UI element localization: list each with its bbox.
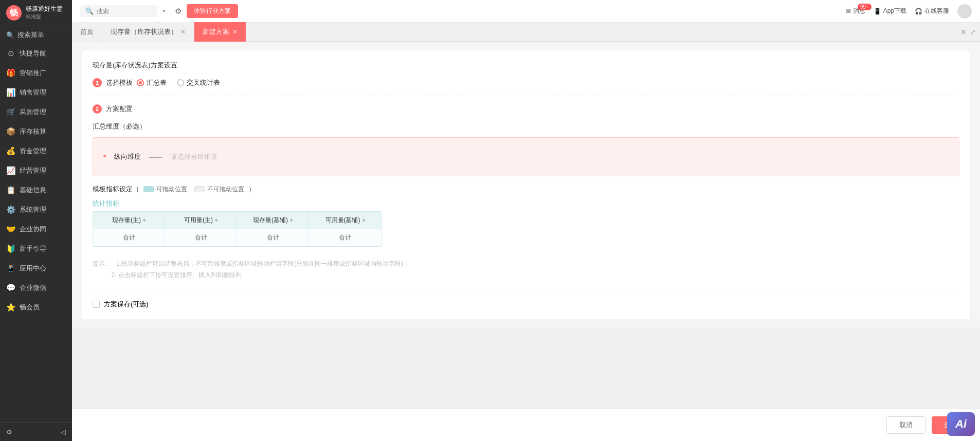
col-header-0[interactable]: 现存量(主) ▾ xyxy=(93,212,165,229)
sidebar-item-label: 系统管理 xyxy=(20,205,46,214)
inventory-status-tab-close[interactable]: ✕ xyxy=(180,28,186,35)
finance-icon: 💰 xyxy=(6,146,15,156)
topbar-gear-icon[interactable]: ⚙ xyxy=(175,7,182,16)
tips-title-label: 提示： 1.拖动标题栏可以调整布局，不可跨维度或指标区域拖动栏目字段(只能在同一… xyxy=(93,260,403,267)
sidebar-item-new-guide[interactable]: 🔰 新手引导 xyxy=(0,239,72,259)
stats-table-header: 现存量(主) ▾ 可用量(主) ▾ 现存量(基辅) ▾ 可用量(基辅) xyxy=(93,212,381,229)
sidebar-item-label: 库存核算 xyxy=(20,127,46,136)
search-menu-label: 搜索菜单 xyxy=(17,30,44,40)
dimension-box[interactable]: * 纵向维度 —— 请选择分组维度 xyxy=(93,137,959,176)
sidebar-item-basic-info[interactable]: 📋 基础信息 xyxy=(0,180,72,200)
user-avatar[interactable] xyxy=(957,4,972,19)
trial-industry-button[interactable]: 体验行业方案 xyxy=(187,4,238,18)
radio-cross[interactable]: 交叉统计表 xyxy=(177,78,220,87)
stats-table: 现存量(主) ▾ 可用量(主) ▾ 现存量(基辅) ▾ 可用量(基辅) xyxy=(93,211,382,247)
topbar-search-box[interactable]: 🔍 xyxy=(80,5,157,17)
dimension-label: 汇总维度（必选） xyxy=(93,122,959,131)
radio-cross-circle[interactable] xyxy=(177,79,184,86)
legend-fixed-label: 不可拖动位置 xyxy=(207,185,244,194)
legend-fixed-item: 不可拖动位置 xyxy=(194,185,244,194)
app-name: 畅康通好生意 xyxy=(26,5,63,13)
message-button[interactable]: ✉ 消息 99+ xyxy=(846,7,865,15)
sidebar-logo: 畅 畅康通好生意 标准版 xyxy=(0,0,72,26)
new-plan-tab-label: 新建方案 xyxy=(203,27,229,36)
sidebar-item-purchase[interactable]: 🛒 采购管理 xyxy=(0,102,72,122)
sidebar-item-marketing[interactable]: 🎁 营销推广 xyxy=(0,63,72,83)
col-header-1-label: 可用量(主) xyxy=(184,216,213,225)
topbar: 🔍 ▾ ⚙ 体验行业方案 ✉ 消息 99+ 📱 App下载 🎧 在线客服 xyxy=(72,0,980,23)
settings-icon[interactable]: ⚙ xyxy=(6,428,12,436)
sidebar-item-membership[interactable]: ⭐ 畅会员 xyxy=(0,298,72,317)
wechat-icon: 💬 xyxy=(6,283,15,292)
sales-icon: 📊 xyxy=(6,88,15,97)
sidebar-search[interactable]: 🔍 搜索菜单 xyxy=(0,26,72,44)
sidebar-item-label: 企业微信 xyxy=(20,283,46,292)
cooperation-icon: 🤝 xyxy=(6,225,15,234)
col-cell-3-label: 合计 xyxy=(339,233,351,242)
sidebar-item-finance[interactable]: 💰 资金管理 xyxy=(0,141,72,161)
sidebar-item-app-center[interactable]: 📱 应用中心 xyxy=(0,259,72,278)
required-star: * xyxy=(103,153,106,161)
inventory-icon: 📦 xyxy=(6,127,15,136)
sidebar-item-inventory[interactable]: 📦 库存核算 xyxy=(0,122,72,141)
col-header-1-chevron-icon[interactable]: ▾ xyxy=(215,217,217,223)
save-plan-label: 方案保存(可选) xyxy=(104,300,149,309)
main-area: 🔍 ▾ ⚙ 体验行业方案 ✉ 消息 99+ 📱 App下载 🎧 在线客服 xyxy=(72,0,980,441)
tab-expand-icon[interactable]: ⤢ xyxy=(970,28,976,36)
legend-draggable-color xyxy=(143,186,154,192)
message-icon: ✉ xyxy=(846,8,851,15)
app-logo-icon: 畅 xyxy=(6,5,22,21)
section1-num: 1 xyxy=(93,78,102,87)
col-header-2-chevron-icon[interactable]: ▾ xyxy=(290,217,293,223)
indicator-label: 模板指标设定（ 可拖动位置 不可拖动位置 ） xyxy=(93,185,959,194)
radio-summary-label: 汇总表 xyxy=(147,78,167,87)
col-cell-3: 合计 xyxy=(309,229,381,246)
col-header-3-label: 可用量(基辅) xyxy=(325,216,360,225)
col-header-3[interactable]: 可用量(基辅) ▾ xyxy=(309,212,381,229)
col-header-2-label: 现存量(基辅) xyxy=(253,216,288,225)
sidebar-item-label: 应用中心 xyxy=(20,264,46,273)
topbar-right: ✉ 消息 99+ 📱 App下载 🎧 在线客服 xyxy=(846,4,972,19)
sidebar-item-operations[interactable]: 📈 经营管理 xyxy=(0,161,72,180)
dimension-dash: —— xyxy=(149,153,162,161)
sidebar-collapse-icon[interactable]: ◁ xyxy=(61,428,66,436)
col-header-0-chevron-icon[interactable]: ▾ xyxy=(143,217,146,223)
sidebar-item-cooperation[interactable]: 🤝 企业协同 xyxy=(0,219,72,239)
sidebar-item-label: 快捷导航 xyxy=(20,49,46,58)
tab-home[interactable]: 首页 xyxy=(72,22,102,42)
app-download-icon: 📱 xyxy=(874,8,881,15)
cancel-button[interactable]: 取消 xyxy=(886,416,925,434)
topbar-chevron-icon[interactable]: ▾ xyxy=(162,8,166,14)
section2-title: 方案配置 xyxy=(106,104,133,114)
col-cell-0-label: 合计 xyxy=(123,233,135,242)
tab-close-all-icon[interactable]: ✕ xyxy=(960,28,967,36)
new-plan-tab-close[interactable]: ✕ xyxy=(232,28,238,35)
radio-cross-label: 交叉统计表 xyxy=(187,78,220,87)
tabbar: 首页 现存量（库存状况表） ✕ 新建方案 ✕ ✕ ⤢ xyxy=(72,23,980,42)
sidebar-item-system[interactable]: ⚙️ 系统管理 xyxy=(0,200,72,219)
sidebar-item-wechat[interactable]: 💬 企业微信 xyxy=(0,278,72,298)
tab-new-plan[interactable]: 新建方案 ✕ xyxy=(194,22,246,42)
service-label: 在线客服 xyxy=(924,7,949,15)
save-plan-checkbox[interactable] xyxy=(93,301,100,308)
col-cell-1-label: 合计 xyxy=(195,233,207,242)
col-header-3-chevron-icon[interactable]: ▾ xyxy=(362,217,365,223)
radio-summary-circle[interactable] xyxy=(137,79,144,86)
tips-item-2: 2. 点击标题栏下拉可设置排序、插入列和删除列 xyxy=(93,270,959,281)
topbar-search-input[interactable] xyxy=(97,8,148,15)
marketing-icon: 🎁 xyxy=(6,68,15,78)
col-header-2[interactable]: 现存量(基辅) ▾ xyxy=(237,212,309,229)
ai-badge[interactable]: Ai xyxy=(947,412,975,436)
app-download-button[interactable]: 📱 App下载 xyxy=(874,7,906,15)
sidebar: 畅 畅康通好生意 标准版 🔍 搜索菜单 ⊙ 快捷导航 🎁 营销推广 📊 销售管理… xyxy=(0,0,72,441)
tab-inventory-status[interactable]: 现存量（库存状况表） ✕ xyxy=(102,22,194,42)
sidebar-item-quick-nav[interactable]: ⊙ 快捷导航 xyxy=(0,44,72,63)
content-footer: 取消 查询 xyxy=(72,409,980,441)
inventory-status-tab-label: 现存量（库存状况表） xyxy=(111,27,177,36)
col-header-1[interactable]: 可用量(主) ▾ xyxy=(165,212,237,229)
sidebar-item-sales[interactable]: 📊 销售管理 xyxy=(0,83,72,102)
radio-summary[interactable]: 汇总表 xyxy=(137,78,167,87)
col-cell-2: 合计 xyxy=(237,229,309,246)
section2-header: 2 方案配置 xyxy=(93,104,959,114)
online-service-button[interactable]: 🎧 在线客服 xyxy=(915,7,949,15)
